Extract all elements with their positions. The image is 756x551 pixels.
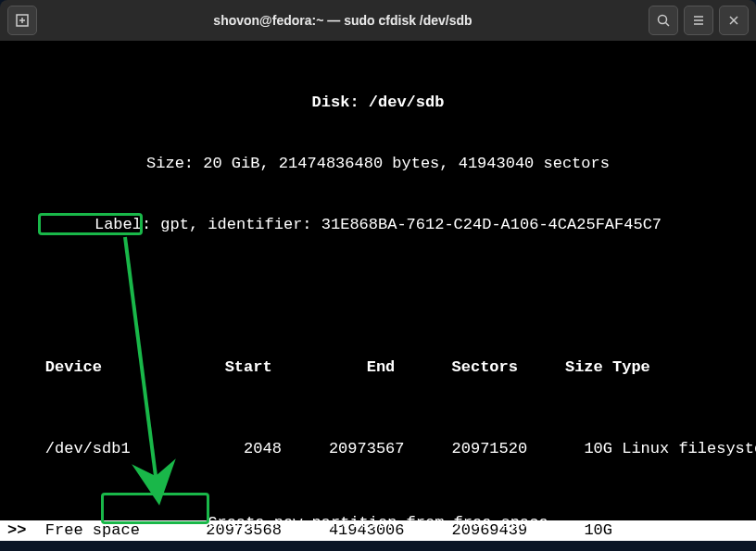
svg-line-4 <box>666 23 670 27</box>
table-row[interactable]: /dev/sdb1 2048 20973567 20971520 10G Lin… <box>0 439 756 459</box>
menu-button[interactable] <box>684 6 713 35</box>
search-button[interactable] <box>649 6 678 35</box>
status-line: Create new partition from free space <box>0 513 756 533</box>
svg-point-3 <box>659 16 667 24</box>
disk-size-line: Size: 20 GiB, 21474836480 bytes, 4194304… <box>0 154 756 174</box>
terminal-area[interactable]: Disk: /dev/sdb Size: 20 GiB, 21474836480… <box>0 41 756 541</box>
window-title: shovon@fedora:~ — sudo cfdisk /dev/sdb <box>213 13 472 28</box>
close-button[interactable] <box>719 6 749 35</box>
column-header-row: Device Start End Sectors Size Type <box>0 357 756 378</box>
disk-label-line: Label: gpt, identifier: 31E868BA-7612-C2… <box>0 215 756 235</box>
disk-heading: Disk: /dev/sdb <box>0 93 756 113</box>
window-titlebar: shovon@fedora:~ — sudo cfdisk /dev/sdb <box>0 0 756 41</box>
new-tab-button[interactable] <box>7 6 37 35</box>
annotation-arrow <box>0 41 756 551</box>
